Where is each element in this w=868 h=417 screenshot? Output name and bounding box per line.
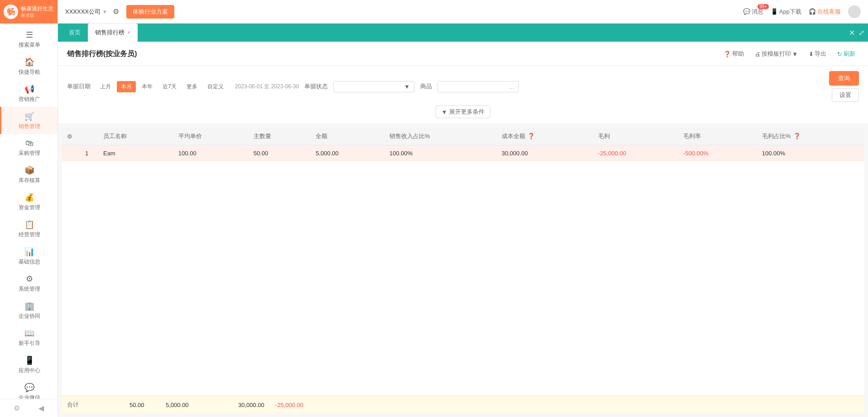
status-dropdown[interactable]: ▼: [333, 81, 415, 92]
export-icon: ⬇: [809, 51, 814, 58]
topbar-right: 💬 消息 99+ 📱 App下载 🎧 在线客服: [743, 5, 861, 18]
basic-icon: 📊: [24, 247, 34, 257]
service-label: 在线客服: [817, 8, 841, 16]
goods-input[interactable]: ...: [437, 81, 519, 92]
sidebar-nav: ☰搜索菜单🏠快捷导航📢营销推广🛒销售管理🛍采购管理📦库存核算💰资金管理📋经营管理…: [0, 24, 58, 399]
sidebar-item-label-shortcut: 快捷导航: [19, 68, 40, 76]
date-tab-year[interactable]: 本年: [138, 81, 157, 92]
table-row: 1 Eam 100.00 50.00 5,000.00 100.00% 30,0…: [62, 145, 864, 162]
row-gross: -25,000.00: [593, 145, 678, 162]
sidebar-item-label-wechat: 企业微信: [19, 394, 40, 399]
row-gross-rate: -500.00%: [678, 145, 757, 162]
inventory-icon: 📦: [24, 165, 34, 175]
date-label: 单据日期: [67, 82, 91, 91]
purchase-icon: 🛍: [25, 139, 34, 148]
sidebar-item-finance[interactable]: 💰资金管理: [0, 188, 58, 215]
sidebar-item-inventory[interactable]: 📦库存核算: [0, 161, 58, 188]
table-body: 1 Eam 100.00 50.00 5,000.00 100.00% 30,0…: [62, 145, 864, 162]
refresh-btn[interactable]: ↻ 刷新: [834, 48, 859, 60]
sidebar-item-search[interactable]: ☰搜索菜单: [0, 25, 58, 53]
app-icon: 📱: [771, 8, 778, 15]
cost-help-icon[interactable]: ❓: [528, 133, 535, 139]
search-icon: ☰: [26, 30, 33, 40]
company-name: XXXXXX公司: [65, 8, 101, 16]
col-cost: 成本全额 ❓: [496, 128, 593, 145]
tab-close-icon[interactable]: ×: [127, 29, 130, 36]
query-area: 查询 设置: [829, 71, 859, 102]
goods-value: [442, 83, 444, 90]
export-label: 导出: [815, 50, 826, 58]
sidebar-item-label-operation: 经营管理: [19, 231, 40, 239]
shortcut-icon: 🏠: [24, 57, 34, 67]
tab-home[interactable]: 首页: [62, 24, 88, 42]
sidebar-item-label-purchase: 采购管理: [19, 149, 40, 157]
col-settings[interactable]: ⚙: [62, 128, 80, 145]
date-tab-prev[interactable]: 上月: [96, 81, 115, 92]
export-btn[interactable]: ⬇ 导出: [805, 48, 830, 60]
company-selector[interactable]: XXXXXX公司 ▼: [65, 8, 107, 16]
topbar-settings-icon[interactable]: ⚙: [113, 7, 119, 16]
gross-pct-help-icon[interactable]: ❓: [793, 133, 801, 139]
sidebar-item-system[interactable]: ⚙系统管理: [0, 269, 58, 297]
filter-row-expand: ▼ 展开更多条件: [67, 105, 859, 118]
sidebar-item-appstore[interactable]: 📱应用中心: [0, 351, 58, 378]
col-sales-pct: 销售收入占比%: [384, 128, 496, 145]
sidebar-item-label-search: 搜索菜单: [19, 41, 40, 49]
sidebar-item-operation[interactable]: 📋经营管理: [0, 215, 58, 242]
message-icon: 💬: [743, 8, 750, 15]
app-label: App下载: [779, 8, 801, 16]
sidebar-settings-btn[interactable]: ⚙: [14, 404, 20, 412]
message-btn[interactable]: 💬 消息 99+: [743, 8, 763, 16]
expand-conditions-btn[interactable]: ▼ 展开更多条件: [436, 105, 490, 118]
goods-more-icon[interactable]: ...: [509, 83, 514, 90]
settings-btn[interactable]: 设置: [832, 88, 859, 102]
sidebar-logo: 畅 畅康通好生意 标准版: [0, 0, 58, 24]
date-tab-custom[interactable]: 自定义: [203, 81, 228, 92]
sidebar-item-guide[interactable]: 📖新手引导: [0, 324, 58, 351]
logo-sub: 标准版: [21, 12, 53, 19]
row-qty: 50.00: [248, 145, 310, 162]
user-avatar[interactable]: [848, 5, 861, 18]
sidebar-item-purchase[interactable]: 🛍采购管理: [0, 134, 58, 161]
window-close-icon[interactable]: ✕: [849, 29, 855, 37]
row-rank: 1: [80, 145, 98, 162]
company-chevron-icon: ▼: [102, 9, 107, 14]
sidebar: 畅 畅康通好生意 标准版 ☰搜索菜单🏠快捷导航📢营销推广🛒销售管理🛍采购管理📦库…: [0, 0, 58, 417]
print-icon: 🖨: [755, 51, 761, 58]
sidebar-item-sales[interactable]: 🛒销售管理: [0, 107, 58, 134]
tabbar: 首页 销售排行榜 × ✕ ⤢: [58, 24, 868, 42]
finance-icon: 💰: [24, 192, 34, 202]
app-download-btn[interactable]: 📱 App下载: [771, 8, 801, 16]
logo-text-block: 畅康通好生意 标准版: [21, 5, 53, 19]
main-area: XXXXXX公司 ▼ ⚙ 体验行业方案 💬 消息 99+ 📱 App下载 🎧 在…: [58, 0, 868, 417]
status-value: [338, 83, 340, 90]
status-label: 单据状态: [304, 82, 328, 91]
col-gross-pct: 毛利占比% ❓: [757, 128, 864, 145]
print-btn[interactable]: 🖨 按模板打印 ▼: [751, 48, 801, 60]
guide-icon: 📖: [24, 328, 34, 338]
query-btn[interactable]: 查询: [829, 71, 859, 86]
sidebar-item-label-appstore: 应用中心: [19, 367, 40, 374]
date-tab-more[interactable]: 更多: [182, 81, 201, 92]
sidebar-item-enterprise[interactable]: 🏢企业协同: [0, 297, 58, 324]
sidebar-collapse-btn[interactable]: ◀: [38, 404, 44, 412]
sidebar-item-marketing[interactable]: 📢营销推广: [0, 80, 58, 107]
sidebar-item-shortcut[interactable]: 🏠快捷导航: [0, 53, 58, 80]
date-tab-week[interactable]: 近7天: [158, 81, 181, 92]
message-badge: 99+: [758, 4, 769, 9]
page-actions: ❓ 帮助 🖨 按模板打印 ▼ ⬇ 导出 ↻ 刷新: [720, 48, 859, 60]
row-gross-pct: 100.00%: [757, 145, 864, 162]
experience-btn[interactable]: 体验行业方案: [126, 5, 174, 19]
online-service-btn[interactable]: 🎧 在线客服: [809, 8, 841, 16]
tab-sales-rank[interactable]: 销售排行榜 ×: [88, 24, 138, 42]
sidebar-item-basic[interactable]: 📊基础信息: [0, 242, 58, 269]
wechat-icon: 💬: [24, 383, 34, 393]
footer-gross: -25,000.00: [270, 402, 309, 408]
row-amount: 5,000.00: [310, 145, 384, 162]
data-table: ⚙ 员工名称 平均单价 主数量 全额 销售收入占比% 成本全额 ❓ 毛利 毛利率…: [62, 128, 864, 162]
date-tab-group: 上月 本月 本年 近7天 更多 自定义: [96, 81, 228, 92]
window-expand-icon[interactable]: ⤢: [858, 29, 864, 37]
help-btn[interactable]: ❓ 帮助: [720, 48, 748, 60]
sidebar-item-wechat[interactable]: 💬企业微信: [0, 378, 58, 399]
date-tab-curr[interactable]: 本月: [117, 81, 136, 92]
